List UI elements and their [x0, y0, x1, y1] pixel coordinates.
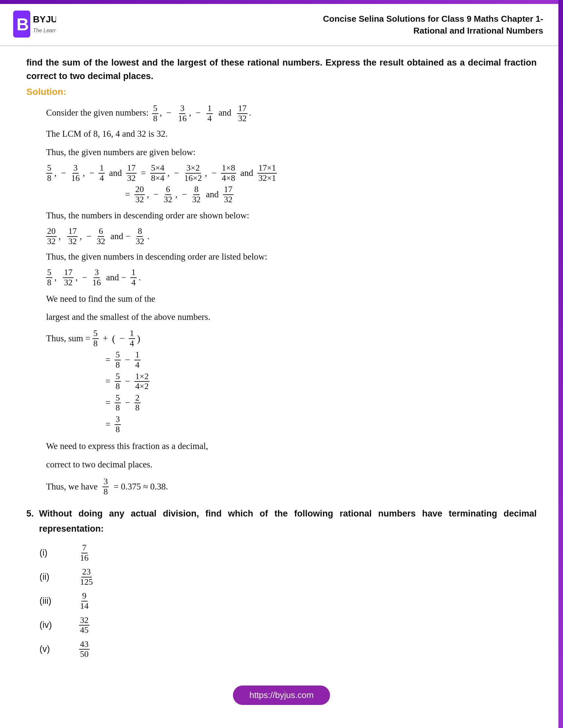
sol-line-4: Thus, the numbers in descending order ar…	[46, 208, 537, 223]
right-border	[558, 0, 563, 728]
q5-item-i: (i) 716	[40, 543, 537, 563]
q5-item-iii: (iii) 914	[40, 591, 537, 611]
sol-sum-row5: = 38	[105, 415, 537, 434]
q5-label-i: (i)	[40, 546, 69, 561]
question5: 5. Without doing any actual division, fi…	[26, 506, 537, 537]
solution-label: Solution:	[26, 87, 537, 97]
q5-label-iv: (iv)	[40, 618, 69, 633]
header-title-line2: Rational and Irrational Numbers	[413, 26, 543, 36]
sol-listed-row: 58, 1732, − 316 and − 14.	[46, 268, 537, 287]
header: B BYJU'S The Learning App Concise Selina…	[0, 4, 563, 46]
sol-sum-row1: Thus, sum = 58 + ( − 14 )	[46, 329, 537, 348]
q5-label-v: (v)	[40, 642, 69, 657]
q5-label-iii: (iii)	[40, 594, 69, 609]
sol-line-7: largest and the smallest of the above nu…	[46, 310, 537, 325]
q5-item-iv: (iv) 3245	[40, 616, 537, 635]
logo-area: B BYJU'S The Learning App	[13, 10, 53, 40]
sol-line-3: Thus, the given numbers are given below:	[46, 145, 537, 160]
footer-url: https://byjus.com	[233, 686, 330, 705]
svg-text:The Learning App: The Learning App	[33, 28, 56, 33]
sol-line-1: Consider the given numbers: 58, − 316, −…	[46, 104, 537, 123]
svg-text:B: B	[16, 15, 29, 34]
header-title-line1: Concise Selina Solutions for Class 9 Mat…	[323, 14, 543, 24]
sol-sum-row3: = 58 − 1×24×2	[105, 372, 537, 391]
q5-frac-iii: 914	[79, 591, 90, 611]
top-border	[0, 0, 563, 4]
sol-line-6: We need to find the sum of the	[46, 292, 537, 307]
q5-frac-iv: 3245	[79, 616, 90, 635]
sol-line-10: Thus, we have 38 = 0.375 ≈ 0.38.	[46, 477, 537, 496]
sol-line-5: Thus, the given numbers in descending or…	[46, 249, 537, 265]
q5-frac-ii: 23125	[79, 567, 94, 587]
q5-text: Without doing any actual division, find …	[39, 506, 537, 537]
question-text: find the sum of the lowest and the large…	[26, 56, 537, 83]
sol-sum-row4: = 58 − 28	[105, 393, 537, 413]
q5-item-ii: (ii) 23125	[40, 567, 537, 587]
q5-number: 5.	[26, 506, 34, 537]
logo-box: B BYJU'S The Learning App	[13, 10, 53, 40]
sol-line-2: The LCM of 8, 16, 4 and 32 is 32.	[46, 126, 537, 142]
svg-text:BYJU'S: BYJU'S	[33, 14, 56, 24]
sol-line-8: We need to express this fraction as a de…	[46, 439, 537, 454]
q5-items-list: (i) 716 (ii) 23125 (iii) 914 (iv) 3245 (…	[40, 543, 537, 659]
sol-sum-row2: = 58 − 14	[105, 350, 537, 370]
header-title: Concise Selina Solutions for Class 9 Mat…	[323, 13, 543, 37]
sol-fraction-row2: = 2032, − 632, − 832 and 1732	[125, 185, 537, 204]
sol-line-9: correct to two decimal places.	[46, 457, 537, 472]
q5-label-ii: (ii)	[40, 570, 69, 585]
byju-logo: B BYJU'S The Learning App	[13, 10, 56, 40]
sol-descending-row: 2032, 1732, − 632 and − 832.	[46, 227, 537, 246]
q5-item-v: (v) 4350	[40, 640, 537, 659]
sol-fraction-row1: 58, − 316, − 14 and 1732 = 5×48×4, − 3×2…	[46, 163, 537, 183]
main-content: find the sum of the lowest and the large…	[0, 46, 563, 677]
solution-body: Consider the given numbers: 58, − 316, −…	[26, 104, 537, 659]
q5-frac-i: 716	[79, 543, 90, 563]
q5-frac-v: 4350	[79, 640, 90, 659]
question-text-span: find the sum of the lowest and the large…	[26, 58, 537, 81]
footer-url-text: https://byjus.com	[249, 690, 313, 700]
